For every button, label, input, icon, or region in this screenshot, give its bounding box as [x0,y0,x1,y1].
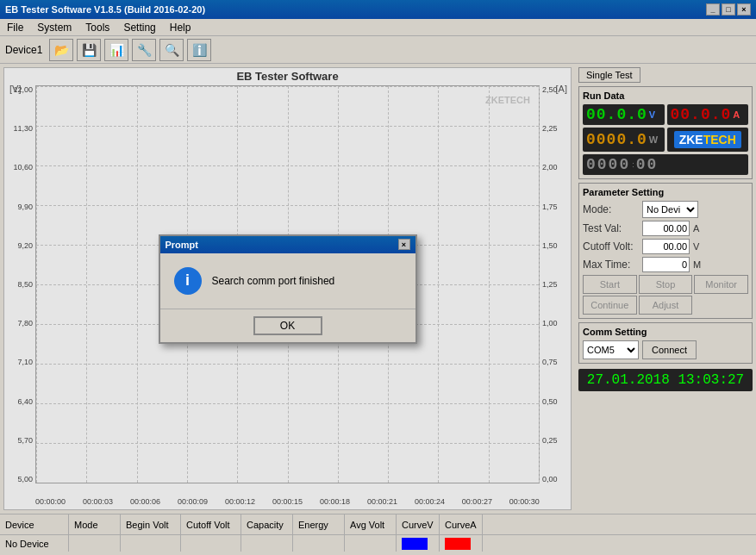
test-val-label: Test Val: [583,222,639,234]
power-unit: W [649,134,658,145]
power-display-box: 0000.0 W [583,128,665,152]
status-header-bar: Device Mode Begin Volt Cutoff Volt Capac… [0,514,756,534]
modal-footer: OK [160,309,415,342]
adjust-button[interactable]: Adjust [639,296,693,315]
start-button[interactable]: Start [583,275,637,294]
right-panel: Single Test Run Data 00.0.0 V 00.0.0 A 0… [575,64,756,514]
seg-unit: : [632,160,634,169]
single-test-tab[interactable]: Single Test [578,67,640,83]
modal-info-icon: i [174,267,202,295]
voltage-display-box: 00.0.0 V [583,104,665,125]
app-title: EB Tester Software V1.8.5 (Build 2016-02… [5,4,205,15]
datetime-display: 27.01.2018 13:03:27 [578,369,753,391]
info-button[interactable]: ℹ️ [187,39,211,61]
col-header-curve-v: CurveV [397,514,440,534]
test-val-input[interactable] [642,221,690,236]
modal-title-bar: Prompt × [160,236,415,253]
maximize-button[interactable]: □ [722,3,735,16]
mode-row: Mode: No Devi [583,201,748,218]
settings-button[interactable]: 🔧 [132,39,156,61]
max-time-row: Max Time: M [583,257,748,272]
current-unit: A [733,109,740,120]
cutoff-volt-unit: V [693,241,699,252]
menu-system[interactable]: System [34,21,75,34]
stop-button[interactable]: Stop [639,275,693,294]
comm-section: Comm Setting COM5 Connect [578,322,753,364]
close-button[interactable]: × [737,3,751,16]
current-display-box: 00.0.0 A [667,104,749,125]
modal-title: Prompt [166,240,199,250]
modal-overlay: Prompt × i Search comm port finished OK [4,68,571,509]
cutoff-volt-row: Cutoff Volt: V [583,239,748,254]
voltage-unit: V [649,109,655,120]
seg-digits-1: 0000 [586,156,630,173]
col-header-capacity: Capacity [241,514,293,534]
cutoff-volt-input[interactable] [642,239,690,254]
test-val-row: Test Val: A [583,221,748,236]
col-header-cutoff-volt: Cutoff Volt [181,514,241,534]
monitor-button[interactable]: Monitor [694,275,748,294]
zke-logo-box: ZKETECH [667,128,749,152]
col-header-energy: Energy [293,514,345,534]
seg-digits-2: 00 [636,156,659,173]
comm-port-select[interactable]: COM5 [583,340,639,359]
mode-select[interactable]: No Devi [642,201,698,218]
save-button[interactable]: 💾 [77,39,101,61]
minimize-button[interactable]: _ [706,3,720,16]
modal-body: i Search comm port finished [160,253,415,309]
col-header-device: Device [0,514,69,534]
run-data-section: Run Data 00.0.0 V 00.0.0 A 0000.0 W [578,86,753,179]
max-time-label: Max Time: [583,259,639,271]
max-time-unit: M [693,259,701,270]
modal-message: Search comm port finished [212,275,402,287]
cutoff-volt-label: Cutoff Volt: [583,240,639,253]
modal-close-button[interactable]: × [398,239,410,250]
col-data-capacity [241,535,293,552]
chart-container: EB Tester Software 12,00 11,30 10,60 9,9… [3,67,572,510]
modal-ok-button[interactable]: OK [253,316,322,335]
col-data-mode [69,535,121,552]
curve-a-swatch [445,538,471,550]
parameter-section-label: Parameter Setting [583,187,748,197]
run-data-grid: 00.0.0 V 00.0.0 A 0000.0 W ZKETECH [583,104,748,175]
connect-button[interactable]: Connect [642,340,697,359]
test-val-unit: A [693,223,699,234]
menu-setting[interactable]: Setting [120,21,159,34]
power-digits: 0000.0 [586,131,647,148]
search-button[interactable]: 🔍 [159,39,184,61]
col-data-begin-volt [121,535,181,552]
col-data-energy [293,535,345,552]
menu-tools[interactable]: Tools [82,21,113,34]
col-data-avg-volt [345,535,397,552]
toolbar: Device1 📂 💾 📊 🔧 🔍 ℹ️ [0,36,756,64]
control-buttons: Start Stop Monitor Continue Adjust [583,275,748,315]
device-label: Device1 [5,44,42,56]
col-header-curve-a: CurveA [440,514,483,534]
prompt-dialog: Prompt × i Search comm port finished OK [159,234,417,344]
run-data-label: Run Data [583,90,748,101]
col-header-begin-volt: Begin Volt [121,514,181,534]
chart-button[interactable]: 📊 [104,39,128,61]
menu-file[interactable]: File [3,21,27,34]
status-data-bar: No Device [0,534,756,552]
menu-help[interactable]: Help [166,21,195,34]
window-controls: _ □ × [706,3,751,16]
main-area: EB Tester Software 12,00 11,30 10,60 9,9… [0,64,756,514]
col-data-curve-a [440,535,483,552]
col-data-cutoff-volt [181,535,241,552]
open-button[interactable]: 📂 [49,39,73,61]
panel-tabs: Single Test [578,67,753,83]
col-data-curve-v [397,535,440,552]
current-digits: 00.0.0 [671,106,732,123]
parameter-section: Parameter Setting Mode: No Devi Test Val… [578,183,753,319]
comm-row: COM5 Connect [583,340,748,359]
col-header-mode: Mode [69,514,121,534]
continue-button[interactable]: Continue [583,296,637,315]
max-time-input[interactable] [642,257,690,272]
curve-v-swatch [402,538,428,550]
col-header-avg-volt: Avg Volt [345,514,397,534]
mode-label: Mode: [583,203,639,215]
zke-logo: ZKETECH [674,131,741,148]
voltage-digits: 00.0.0 [586,106,647,123]
col-data-device: No Device [0,535,69,552]
